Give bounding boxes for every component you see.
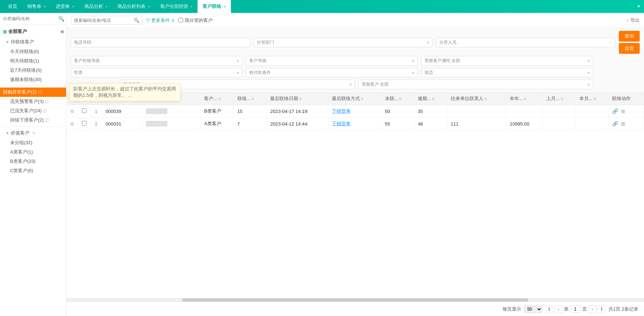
- nav-analysis[interactable]: 商品分析 ×: [79, 0, 112, 13]
- query-button[interactable]: 查询: [619, 31, 640, 42]
- search-icon[interactable]: 🔍: [134, 18, 139, 23]
- last-method-column[interactable]: 最后联络方式⇅: [328, 93, 381, 105]
- sidebar-item-ungrouped[interactable]: 未分组(32): [0, 138, 66, 147]
- phone-filter[interactable]: 电话号码: [71, 38, 250, 47]
- close-contact-tab[interactable]: ×: [223, 4, 226, 9]
- page-input[interactable]: [570, 306, 581, 313]
- row-this-year: 10995.00: [506, 118, 543, 130]
- prev-page-btn[interactable]: ‹: [555, 305, 562, 313]
- sidebar-all-customers[interactable]: ⊞ 全部客户 ◀: [0, 26, 66, 37]
- dept-filter[interactable]: 分管部门 ∨: [254, 38, 433, 47]
- last-page-btn[interactable]: ⟫: [598, 305, 606, 313]
- sidebar-item-today[interactable]: 今天待联络(0): [0, 47, 66, 56]
- this-month-column[interactable]: 本月...⇅: [575, 93, 608, 105]
- customer-level-filter[interactable]: 客户等级 ∨: [246, 56, 418, 66]
- type-column[interactable]: 客户...⇅: [200, 93, 234, 105]
- action-link-icon[interactable]: 🔗: [612, 121, 618, 127]
- person-label: 分管人员: [439, 39, 457, 46]
- contact-column[interactable]: 联络...⇅: [233, 93, 267, 105]
- sidebar-group-value[interactable]: ▼ 价值客户 ✎: [0, 128, 66, 138]
- total-label: 共1页 2条记录: [608, 306, 638, 312]
- contacts-column[interactable]: 往来单位联系人⇅: [447, 93, 506, 105]
- person-more[interactable]: ···: [609, 40, 612, 44]
- retail-customer-filter[interactable]: 零散客户 全部 ∨: [358, 80, 593, 89]
- nav-sales[interactable]: 销售单 ×: [22, 0, 51, 13]
- action-link-icon[interactable]: 🔗: [612, 108, 618, 114]
- status-chevron: ∨: [587, 71, 590, 75]
- row-last-method[interactable]: 下销货单: [328, 118, 381, 130]
- row-checkbox[interactable]: [78, 118, 91, 130]
- row-contacts: 111: [447, 118, 506, 130]
- overdue-column[interactable]: 逾期...⇅: [414, 93, 447, 105]
- price-level-label: 客户价格等级: [74, 58, 100, 64]
- row-last-date: 2023-04-12 14:44:: [267, 118, 328, 130]
- contact-sort-icon: ⇅: [251, 97, 254, 101]
- sidebar-group-pending[interactable]: ▼ 待联络客户: [0, 37, 66, 47]
- nature-label: 性质: [74, 70, 83, 76]
- set-button[interactable]: 设置: [619, 43, 640, 54]
- last-month-column[interactable]: 上月...⇅: [543, 93, 576, 105]
- advanced-filter: 电话号码 分管部门 ∨ 分管人员 ··· 查询 设置 客户价格等级: [66, 28, 644, 93]
- filter-bar: 🔍 ▽ 更多条件 ∨ 我分管的客户 ↑ 导出: [66, 13, 644, 28]
- sidebar-item-overdue[interactable]: 逾期未联络(30): [0, 75, 66, 84]
- nav-analysis-list[interactable]: 商品分析列表 ×: [112, 0, 155, 13]
- nature-filter[interactable]: 性质 ∨: [71, 68, 242, 77]
- close-analysis-list-tab[interactable]: ×: [148, 4, 150, 9]
- my-customers-checkbox[interactable]: 我分管的客户: [179, 17, 213, 24]
- collapse-icon[interactable]: ◀: [60, 29, 63, 34]
- first-page-btn[interactable]: ⟪: [545, 305, 553, 313]
- row-uncontacted: 55: [381, 118, 414, 130]
- price-level-filter[interactable]: 客户价格等级 ∨: [71, 56, 242, 66]
- sidebar-item-classA[interactable]: A类客户(1): [0, 147, 66, 157]
- nav-home[interactable]: 首页: [3, 0, 22, 13]
- search-box[interactable]: 🔍: [71, 16, 143, 25]
- next-page-btn[interactable]: ›: [588, 305, 596, 313]
- close-purchase-tab[interactable]: ×: [72, 4, 74, 9]
- sidebar-item-declining[interactable]: 持续下滑客户(2) ⓘ: [0, 115, 66, 125]
- sidebar-search-input[interactable]: [3, 16, 57, 21]
- row-this-month: [575, 118, 608, 130]
- dept-chevron: ∨: [427, 41, 429, 44]
- horizontal-scrollbar[interactable]: [66, 298, 644, 302]
- search-input[interactable]: [74, 18, 131, 23]
- payment-filter[interactable]: 收付款条件 ∨: [246, 68, 418, 77]
- filter-row-3: 性质 ∨ 收付款条件 ∨ 状态 ∨: [71, 68, 640, 77]
- sidebar-item-churn-warning[interactable]: 流失预警客户(3) ⓘ: [0, 97, 66, 106]
- status-filter[interactable]: 状态 ∨: [421, 68, 593, 77]
- close-segment-tab[interactable]: ×: [190, 4, 193, 9]
- type-sort-icon: ⇅: [218, 97, 221, 101]
- row-index: 1: [91, 105, 102, 118]
- uncontacted-column[interactable]: 未联...⇅: [381, 93, 414, 105]
- sidebar-item-churned[interactable]: 已流失客户(24) ⓘ: [0, 106, 66, 115]
- close-analysis-tab[interactable]: ×: [105, 4, 107, 9]
- action-grid-icon[interactable]: ⊞: [621, 121, 625, 127]
- sidebar-item-abnormal[interactable]: 回购异常客户(2) ⓘ: [0, 88, 66, 97]
- action-grid-icon[interactable]: ⊞: [621, 108, 625, 114]
- nav-customer-contact[interactable]: 客户联络 ×: [198, 0, 231, 13]
- nav-purchase[interactable]: 进货单 ×: [51, 0, 79, 13]
- edit-icon[interactable]: ✎: [32, 131, 36, 136]
- scrollbar-thumb[interactable]: [182, 298, 529, 302]
- per-page-select[interactable]: 50 100 200: [524, 305, 542, 313]
- sidebar-item-7days[interactable]: 近7天待联络(0): [0, 66, 66, 75]
- sidebar-search-icon[interactable]: 🔍: [58, 16, 64, 22]
- sidebar-item-tomorrow[interactable]: 明天待联络(1): [0, 56, 66, 66]
- global-close-button[interactable]: ×: [637, 3, 640, 10]
- tooltip-more[interactable]: ...: [128, 93, 131, 98]
- nav-customer-segment[interactable]: 客户分层经营 ×: [155, 0, 198, 13]
- more-conditions-btn[interactable]: ▽ 更多条件 ∨: [146, 17, 175, 24]
- row-select-checkbox[interactable]: [82, 121, 87, 126]
- this-year-column[interactable]: 本年...⇅: [506, 93, 543, 105]
- last-date-column[interactable]: 最后联络日期⇅: [267, 93, 328, 105]
- sidebar-item-classC[interactable]: C类客户(6): [0, 166, 66, 175]
- export-button[interactable]: ↑ 导出: [627, 17, 640, 24]
- row-checkbox[interactable]: [78, 105, 91, 118]
- my-customers-check[interactable]: [179, 18, 183, 23]
- close-sales-tab[interactable]: ×: [43, 4, 46, 9]
- retail-attr-filter[interactable]: 零散客户属性 全部 ∨: [421, 56, 593, 66]
- filter-row-2: 客户价格等级 ∨ 客户等级 ∨ 零散客户属性 全部 ∨: [71, 56, 640, 66]
- person-filter[interactable]: 分管人员 ···: [436, 38, 615, 47]
- sidebar-item-classB[interactable]: B类客户(33): [0, 157, 66, 166]
- row-select-checkbox[interactable]: [82, 108, 87, 113]
- row-last-method[interactable]: 下销货单: [328, 105, 381, 118]
